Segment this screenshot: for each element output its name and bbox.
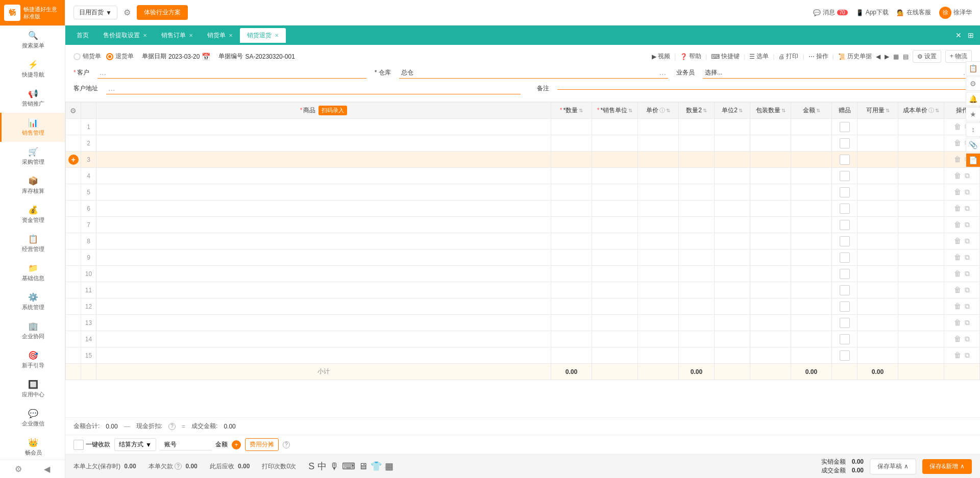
available-cell[interactable] <box>857 168 898 184</box>
sidebar-item-sales[interactable]: 📊 销售管理 <box>0 113 65 142</box>
delete-row-icon[interactable]: 🗑 <box>954 253 961 261</box>
sidebar-item-finance[interactable]: 💰 资金管理 <box>0 200 65 229</box>
copy-row-icon[interactable]: ⧉ <box>965 237 970 245</box>
radio-sales[interactable]: 销货单 <box>74 52 101 61</box>
gift-cell[interactable] <box>832 168 857 184</box>
packqty-cell[interactable] <box>750 233 791 249</box>
unit-cell[interactable] <box>592 184 638 200</box>
product-input[interactable] <box>99 156 549 163</box>
add-payment-btn[interactable]: + <box>232 440 241 449</box>
available-cell[interactable] <box>857 282 898 298</box>
unit-cell[interactable] <box>592 249 638 266</box>
amount-cell[interactable] <box>791 347 832 364</box>
available-cell[interactable] <box>857 347 898 364</box>
amount-cell[interactable] <box>791 119 832 135</box>
gift-checkbox[interactable] <box>840 236 850 246</box>
account-input[interactable]: 账号 <box>160 439 211 450</box>
qty2-cell[interactable] <box>679 119 715 135</box>
available-cell[interactable] <box>857 217 898 233</box>
amount-cell[interactable] <box>791 249 832 266</box>
unit-cell[interactable] <box>592 152 638 168</box>
sidebar-item-search[interactable]: 🔍 搜索菜单 <box>0 26 65 55</box>
unit2-cell[interactable] <box>715 233 750 249</box>
toolbar-next[interactable]: ▶ <box>885 53 889 60</box>
layout-icon[interactable]: ▦ <box>385 461 394 472</box>
col-qty2-sort[interactable]: ⇅ <box>703 108 707 113</box>
sidebar-item-wechat[interactable]: 💬 企业微信 <box>0 404 65 433</box>
qty2-cell[interactable] <box>679 347 715 364</box>
quantity-cell[interactable] <box>551 233 592 249</box>
qty2-cell[interactable] <box>679 217 715 233</box>
cost-cell[interactable] <box>898 331 944 347</box>
debt-help-icon[interactable]: ? <box>175 463 182 470</box>
copy-row-icon[interactable]: ⧉ <box>965 171 970 180</box>
product-cell[interactable] <box>96 200 551 217</box>
right-panel-btn-7[interactable]: 📄 <box>966 153 980 167</box>
product-cell[interactable] <box>96 298 551 315</box>
price-cell[interactable] <box>638 152 679 168</box>
one-click-payment-check[interactable]: 一键收款 <box>74 440 110 450</box>
available-cell[interactable] <box>857 233 898 249</box>
col-packqty-sort[interactable]: ⇅ <box>781 108 786 113</box>
cost-cell[interactable] <box>898 249 944 266</box>
gift-checkbox[interactable] <box>840 155 850 165</box>
available-cell[interactable] <box>857 249 898 266</box>
gift-checkbox[interactable] <box>840 334 850 344</box>
customer-addr-input[interactable]: ... <box>106 83 521 94</box>
price-cell[interactable] <box>638 184 679 200</box>
industry-select[interactable]: 日用百货 ▼ <box>74 6 117 19</box>
packqty-cell[interactable] <box>750 152 791 168</box>
toolbar-help[interactable]: ❓ 帮助 <box>680 52 701 61</box>
trial-btn[interactable]: 体验行业方案 <box>137 5 188 20</box>
add-row-btn[interactable]: + <box>68 155 79 165</box>
right-panel-btn-1[interactable]: 📋 <box>966 61 980 76</box>
unit2-cell[interactable] <box>715 119 750 135</box>
unit-cell[interactable] <box>592 298 638 315</box>
tab-layout-btn[interactable]: ⊞ <box>966 30 976 40</box>
quantity-cell[interactable] <box>551 347 592 364</box>
delete-row-icon[interactable]: 🗑 <box>954 335 961 343</box>
sidebar-item-operation[interactable]: 📋 经营管理 <box>0 229 65 258</box>
unit-cell[interactable] <box>592 168 638 184</box>
packqty-cell[interactable] <box>750 347 791 364</box>
toolbar-video[interactable]: ▶ 视频 <box>652 52 670 61</box>
sidebar-item-shortcut[interactable]: ⚡ 快捷导航 <box>0 55 65 84</box>
gift-cell[interactable] <box>832 135 857 152</box>
right-panel-btn-2[interactable]: ⚙ <box>966 77 980 91</box>
zhongwen-icon[interactable]: 中 <box>317 460 327 472</box>
scan-input-btn[interactable]: 扫码录入 <box>318 106 347 115</box>
quantity-cell[interactable] <box>551 315 592 331</box>
gift-checkbox[interactable] <box>840 301 850 312</box>
message-btn[interactable]: 💬 消息 70 <box>813 8 848 17</box>
delete-row-icon[interactable]: 🗑 <box>954 188 961 196</box>
tab-sales-return[interactable]: 销货退货 ✕ <box>240 28 286 43</box>
cost-cell[interactable] <box>898 152 944 168</box>
quantity-cell[interactable] <box>551 331 592 347</box>
tab-home[interactable]: 首页 <box>69 28 96 43</box>
product-cell[interactable] <box>96 119 551 135</box>
cost-cell[interactable] <box>898 168 944 184</box>
unit2-cell[interactable] <box>715 331 750 347</box>
cost-cell[interactable] <box>898 119 944 135</box>
amount-cell[interactable] <box>791 315 832 331</box>
right-panel-btn-6[interactable]: 📎 <box>966 138 980 152</box>
unit2-cell[interactable] <box>715 315 750 331</box>
cost-cell[interactable] <box>898 298 944 315</box>
toolbar-view2[interactable]: ▤ <box>903 53 909 60</box>
monitor-icon[interactable]: 🖥 <box>358 461 368 472</box>
copy-row-icon[interactable]: ⧉ <box>965 351 970 359</box>
packqty-cell[interactable] <box>750 168 791 184</box>
settle-method-select[interactable]: 结算方式 ▼ <box>114 438 156 451</box>
discount-help-icon[interactable]: ? <box>168 423 176 430</box>
available-cell[interactable] <box>857 315 898 331</box>
qty2-cell[interactable] <box>679 184 715 200</box>
gift-checkbox[interactable] <box>840 285 850 295</box>
amount-cell[interactable] <box>791 233 832 249</box>
unit2-cell[interactable] <box>715 184 750 200</box>
amount-cell[interactable] <box>791 266 832 282</box>
salesperson-input[interactable]: 选择... ... <box>703 67 972 79</box>
available-cell[interactable] <box>857 184 898 200</box>
qty2-cell[interactable] <box>679 249 715 266</box>
quantity-cell[interactable] <box>551 282 592 298</box>
mic-icon[interactable]: 🎙 <box>330 461 339 472</box>
